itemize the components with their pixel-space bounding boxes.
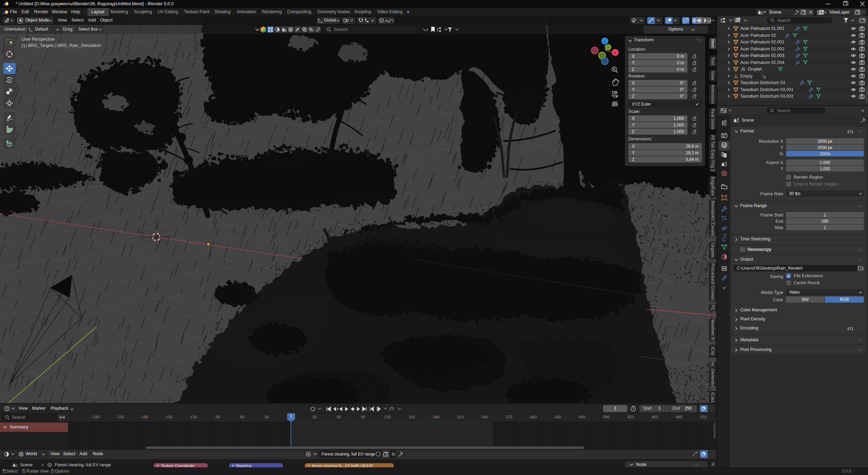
svg-text:X: X [614,51,617,55]
svg-text:Z: Z [604,39,606,43]
svg-text:Y: Y [607,46,610,50]
